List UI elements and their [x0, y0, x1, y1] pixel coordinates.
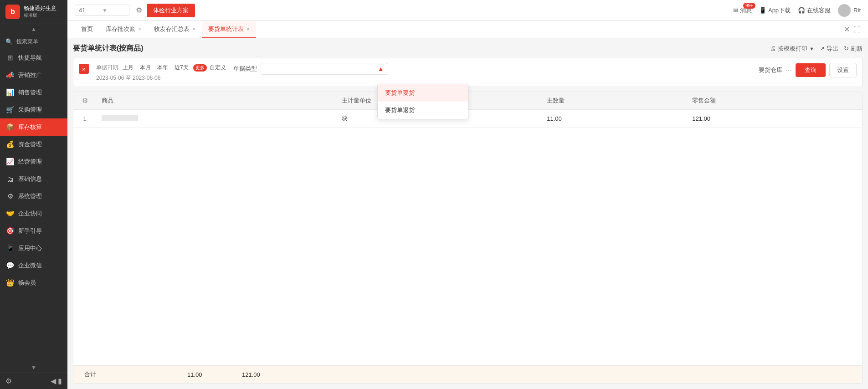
footer-amount: 121.00 — [236, 371, 273, 378]
print-arrow-icon: ▼ — [809, 46, 814, 51]
purchase-icon: 🛒 — [5, 106, 15, 114]
page-title: 要货单统计表(按商品) — [73, 44, 144, 53]
tab-order-stats-label: 要货单统计表 — [208, 25, 244, 33]
refresh-icon: ↻ — [844, 45, 849, 52]
page-header: 要货单统计表(按商品) 🖨 按模板打印 ▼ ↗ 导出 ↻ 刷新 — [73, 44, 863, 53]
product-placeholder — [102, 115, 138, 121]
app-label: App下载 — [768, 6, 791, 15]
message-btn[interactable]: ✉ 消息 99+ — [733, 6, 752, 15]
message-badge: 99+ — [743, 3, 755, 9]
operations-icon: 📈 — [5, 158, 15, 166]
app-download-btn[interactable]: 📱 App下载 — [759, 6, 791, 15]
filter-more-btn[interactable]: ··· — [786, 66, 792, 74]
sidebar-item-label: 企业协同 — [18, 210, 42, 218]
app-center-icon: 📱 — [5, 244, 15, 252]
filter-doc-type-arrow[interactable]: ▲ — [378, 65, 384, 72]
filter-settings-btn[interactable]: 设置 — [829, 63, 857, 77]
refresh-btn[interactable]: ↻ 刷新 — [844, 45, 863, 53]
export-icon: ↗ — [820, 45, 825, 52]
filter-date-label: 单据日期 — [96, 64, 118, 72]
sidebar-item-member[interactable]: 👑 畅会员 — [0, 274, 67, 292]
filter-query-btn[interactable]: 查询 — [796, 63, 826, 77]
filter-expand-btn[interactable]: » — [79, 64, 89, 74]
basic-info-icon: 🗂 — [5, 175, 15, 183]
filter-date-last-month[interactable]: 上月 — [121, 63, 135, 72]
filter-date-group: 单据日期 上月 本月 本年 近7天 更多 自定义 2023-05-06 至 20… — [96, 63, 226, 82]
service-icon: 🎧 — [798, 7, 805, 14]
sidebar-item-wechat[interactable]: 💬 企业微信 — [0, 257, 67, 274]
sidebar-item-system[interactable]: ⚙ 系统管理 — [0, 188, 67, 205]
tab-home-label: 首页 — [81, 25, 93, 33]
topbar-settings-icon[interactable]: ⚙ — [136, 6, 142, 15]
settings-footer-icon[interactable]: ⚙ — [5, 377, 12, 385]
export-btn[interactable]: ↗ 导出 — [820, 45, 838, 53]
tab-receipt-summary-close[interactable]: × — [192, 26, 195, 32]
tab-close-btn[interactable]: ✕ — [844, 25, 850, 34]
sidebar-item-sales[interactable]: 📊 销售管理 — [0, 84, 67, 101]
trial-btn[interactable]: 体验行业方案 — [147, 4, 195, 17]
online-service-btn[interactable]: 🎧 在线客服 — [798, 6, 831, 15]
print-btn[interactable]: 🖨 按模板打印 ▼ — [770, 45, 814, 53]
sidebar-logo: b 畅捷通好生意 标准版 — [0, 0, 67, 24]
sidebar-item-app-center[interactable]: 📱 应用中心 — [0, 240, 67, 257]
filter-date-more-badge[interactable]: 更多 — [193, 64, 207, 72]
finance-icon: 💰 — [5, 140, 15, 148]
filter-date-this-year[interactable]: 本年 — [155, 63, 170, 72]
filter-doc-type-label: 单据类型 — [233, 65, 257, 73]
sidebar-item-finance[interactable]: 💰 资金管理 — [0, 136, 67, 153]
enterprise-icon: 🤝 — [5, 210, 15, 218]
user-avatar-area[interactable]: Rit — [838, 4, 861, 17]
sidebar-item-operations[interactable]: 📈 经营管理 — [0, 153, 67, 170]
table-settings-icon[interactable]: ⚙ — [82, 97, 88, 104]
filter-warehouse-group: 要货仓库 ··· 查询 设置 — [759, 63, 857, 77]
footer-cols: 11.00 121.00 — [182, 371, 273, 378]
guide-icon: 🎯 — [5, 227, 15, 235]
company-name: 41 — [79, 7, 102, 14]
sidebar-item-quick-nav[interactable]: ⊞ 快捷导航 — [0, 49, 67, 67]
sidebar-item-marketing[interactable]: 📣 营销推广 — [0, 67, 67, 84]
sidebar-scroll-up[interactable]: ▲ — [0, 24, 67, 34]
sidebar-item-label: 库存核算 — [18, 123, 42, 131]
tab-receipt-summary-label: 收发存汇总表 — [154, 25, 190, 33]
sidebar-scroll-down[interactable]: ▼ — [0, 363, 67, 373]
filter-doc-type-select[interactable]: ▲ — [261, 63, 388, 75]
filter-date-custom[interactable]: 自定义 — [210, 64, 226, 72]
sidebar-item-basic-info[interactable]: 🗂 基础信息 — [0, 170, 67, 188]
member-icon: 👑 — [5, 279, 15, 287]
footer-qty: 11.00 — [182, 371, 236, 378]
filter-date-7days[interactable]: 近7天 — [173, 63, 190, 72]
tab-expand-btn[interactable]: ⛶ — [853, 26, 861, 34]
sidebar-item-label: 资金管理 — [18, 140, 42, 148]
tab-home[interactable]: 首页 — [75, 21, 99, 38]
inventory-icon: 📦 — [5, 123, 15, 131]
company-select[interactable]: 41 ▼ — [75, 5, 129, 16]
sidebar-item-label: 应用中心 — [18, 244, 42, 252]
tab-receipt-summary[interactable]: 收发存汇总表 × — [148, 21, 202, 38]
message-icon: ✉ — [733, 7, 738, 14]
tab-order-stats-close[interactable]: × — [247, 26, 250, 32]
sidebar-item-purchase[interactable]: 🛒 采购管理 — [0, 101, 67, 118]
main-area: 41 ▼ ⚙ 体验行业方案 ✉ 消息 99+ 📱 App下载 🎧 在线客服 Ri… — [67, 0, 868, 389]
sidebar-item-guide[interactable]: 🎯 新手引导 — [0, 222, 67, 240]
col-qty: 主数量 — [541, 92, 687, 110]
app-icon: 📱 — [759, 7, 766, 14]
tab-order-stats[interactable]: 要货单统计表 × — [202, 21, 256, 38]
search-icon: 🔍 — [5, 38, 13, 45]
dropdown-item-order-return[interactable]: 要货单退货 — [378, 102, 468, 119]
filter-date-this-month[interactable]: 本月 — [138, 63, 153, 72]
tab-batch-account[interactable]: 库存批次账 × — [99, 21, 148, 38]
company-dropdown-icon: ▼ — [102, 7, 125, 14]
col-amount: 零售金额 — [687, 92, 862, 110]
sidebar-search[interactable]: 🔍 搜索菜单 — [0, 34, 67, 49]
collapse-footer-icon[interactable]: ◀ ▮ — [51, 377, 62, 385]
logo-name: 畅捷通好生意 — [24, 5, 56, 12]
dropdown-item-order-goods[interactable]: 要货单要货 — [378, 84, 468, 102]
sidebar-item-label: 基础信息 — [18, 175, 42, 183]
sidebar-item-enterprise[interactable]: 🤝 企业协同 — [0, 205, 67, 222]
sidebar-item-inventory[interactable]: 📦 库存核算 — [0, 118, 67, 136]
filter-doc-type-input[interactable] — [265, 66, 378, 72]
page-header-actions: 🖨 按模板打印 ▼ ↗ 导出 ↻ 刷新 — [770, 45, 863, 53]
sidebar-item-label: 营销推广 — [18, 71, 42, 79]
tab-batch-account-close[interactable]: × — [138, 26, 141, 32]
cell-product — [96, 110, 336, 128]
